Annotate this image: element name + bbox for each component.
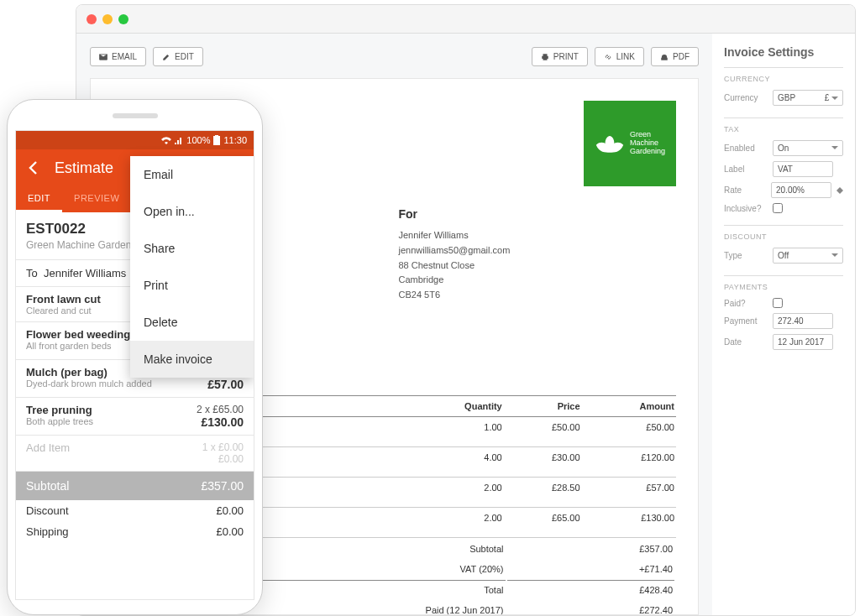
inclusive-checkbox[interactable]: [773, 203, 783, 213]
tax-rate-input[interactable]: [771, 182, 831, 198]
paid-checkbox[interactable]: [773, 298, 783, 308]
browser-chrome: [76, 5, 855, 34]
menu-print[interactable]: Print: [130, 267, 254, 304]
tax-label-input[interactable]: [773, 161, 833, 177]
edit-button[interactable]: EDIT: [153, 47, 203, 66]
print-button[interactable]: PRINT: [532, 47, 588, 66]
wifi-icon: [161, 136, 171, 144]
svg-rect-0: [213, 136, 220, 145]
settings-sidebar: Invoice Settings CURRENCY CurrencyGBP£ T…: [712, 34, 855, 615]
menu-make-invoice[interactable]: Make invoice: [130, 341, 254, 378]
tax-enabled-select[interactable]: On: [773, 140, 843, 156]
payment-date-input[interactable]: [773, 334, 833, 350]
maximize-dot[interactable]: [118, 14, 128, 24]
menu-share[interactable]: Share: [130, 230, 254, 267]
app-title: Estimate: [55, 159, 113, 177]
currency-select[interactable]: GBP£: [773, 90, 843, 106]
discount-type-select[interactable]: Off: [773, 248, 843, 264]
tab-preview[interactable]: PREVIEW: [62, 186, 131, 212]
payment-input[interactable]: [773, 313, 833, 329]
back-icon[interactable]: [26, 159, 43, 176]
subtotal-row: Subtotal£357.00: [16, 472, 254, 500]
settings-title: Invoice Settings: [724, 45, 843, 59]
menu-delete[interactable]: Delete: [130, 304, 254, 341]
leaf-icon: [595, 131, 625, 156]
company-logo: GreenMachineGardening: [584, 101, 676, 186]
pdf-button[interactable]: PDF: [651, 47, 699, 66]
toolbar: EMAIL EDIT PRINT LINK PDF: [90, 47, 699, 66]
tab-edit[interactable]: EDIT: [16, 186, 62, 212]
minimize-dot[interactable]: [102, 14, 113, 24]
context-menu: Email Open in... Share Print Delete Make…: [130, 156, 254, 378]
phone-speaker: [113, 113, 158, 118]
chevron-down-icon: [831, 253, 838, 258]
svg-rect-1: [215, 135, 218, 137]
rate-stepper[interactable]: [836, 186, 843, 195]
email-button[interactable]: EMAIL: [90, 47, 146, 66]
status-bar: 100% 11:30: [16, 131, 254, 149]
phone-screen: 100% 11:30 Estimate EDIT PREVIEW EST0022…: [15, 130, 254, 600]
phone-frame: 100% 11:30 Estimate EDIT PREVIEW EST0022…: [7, 99, 263, 615]
chevron-down-icon: [831, 146, 838, 150]
discount-row: Discount£0.00: [16, 500, 254, 521]
chevron-down-icon: [831, 97, 838, 101]
add-item-row[interactable]: Add Item1 x £0.00£0.00: [16, 436, 254, 472]
signal-icon: [175, 136, 183, 144]
battery-icon: [213, 135, 220, 145]
menu-open-in[interactable]: Open in...: [130, 193, 254, 230]
menu-email[interactable]: Email: [130, 156, 254, 193]
close-dot[interactable]: [87, 14, 97, 24]
link-button[interactable]: LINK: [595, 47, 644, 66]
list-item[interactable]: Tree pruningBoth apple trees2 x £65.00£1…: [16, 398, 254, 436]
shipping-row: Shipping£0.00: [16, 521, 254, 542]
for-address: For Jennifer Williams jennwilliams50@gma…: [399, 205, 677, 302]
